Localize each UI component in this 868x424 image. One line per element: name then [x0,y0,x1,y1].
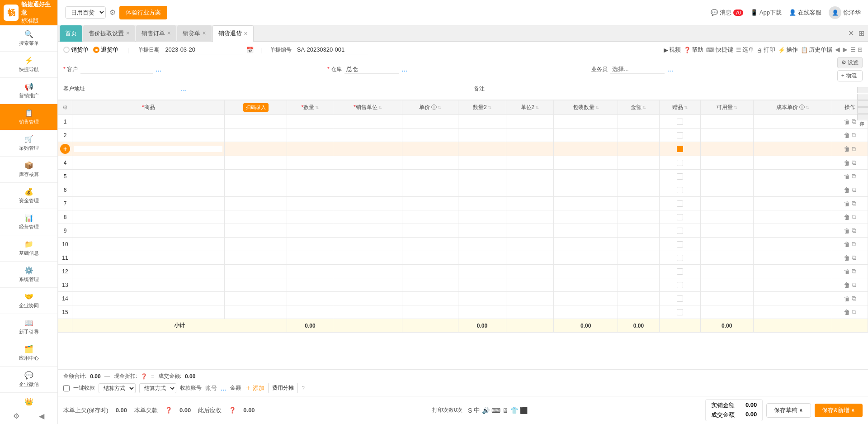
setting-btn[interactable]: ⚙ 设置 [837,57,863,68]
pack-qty-cell-7[interactable] [554,197,618,210]
address-input[interactable] [88,84,178,93]
sales-unit-cell-3[interactable] [333,142,402,156]
amount-cell-10[interactable] [618,238,659,251]
delete-btn-13[interactable]: 🗑 [844,281,850,289]
qty2-cell-1[interactable] [458,115,506,129]
list-view-btn[interactable]: ☰ [850,46,856,53]
gift-cb-12[interactable] [677,268,683,275]
product-input-3[interactable] [74,146,222,152]
copy-btn-2[interactable]: ⧉ [852,131,856,139]
address-dots[interactable]: ... [181,85,187,93]
calendar-icon[interactable]: 📅 [246,47,254,53]
available-cell-6[interactable] [700,183,753,197]
price-cell-6[interactable] [402,183,458,197]
cost-price-cell-14[interactable] [753,292,832,305]
sales-unit-cell-15[interactable] [333,305,402,319]
sales-unit-cell-10[interactable] [333,238,402,251]
qty-cell-3[interactable] [287,142,333,156]
qty-cell-5[interactable] [287,170,333,183]
price-cell-15[interactable] [402,305,458,319]
copy-btn-8[interactable]: ⧉ [852,213,856,221]
copy-btn-13[interactable]: ⧉ [852,281,856,289]
qty-cell-6[interactable] [287,183,333,197]
qty-cell-13[interactable] [287,278,333,292]
qty-cell-10[interactable] [287,238,333,251]
qty-cell-8[interactable] [287,210,333,224]
action-shortcut[interactable]: ⌨快捷键 [706,46,733,54]
amount-cell-11[interactable] [618,251,659,265]
amount-cell-13[interactable] [618,278,659,292]
product-cell-12[interactable] [72,265,225,278]
delete-btn-15[interactable]: 🗑 [844,309,850,316]
industry-select[interactable]: 日用百货 [65,6,106,19]
delete-btn-8[interactable]: 🗑 [844,214,850,221]
gift-cb-6[interactable] [677,187,683,193]
gift-cb-8[interactable] [677,214,683,220]
grid-view-btn[interactable]: ⊞ [858,46,863,53]
action-print[interactable]: 🖨打印 [757,46,775,54]
gift-cell-15[interactable] [659,305,700,319]
unit2-cell-14[interactable] [506,292,553,305]
sidebar-item-marketing[interactable]: 📢营销推广 [0,78,57,104]
amount-cell-15[interactable] [618,305,659,319]
qty2-cell-15[interactable] [458,305,506,319]
warehouse-input[interactable] [344,65,399,74]
message-item[interactable]: 💬 消息 70 [711,9,743,17]
delete-btn-5[interactable]: 🗑 [844,173,850,180]
delete-btn-3[interactable]: 🗑 [844,145,850,152]
sales-unit-cell-8[interactable] [333,210,402,224]
amount-cell-14[interactable] [618,292,659,305]
gift-cell-8[interactable] [659,210,700,224]
product-cell-10[interactable] [72,238,225,251]
copy-btn-14[interactable]: ⧉ [852,295,856,302]
available-cell-12[interactable] [700,265,753,278]
gift-cb-15[interactable] [677,309,683,315]
amount-cell-2[interactable] [618,129,659,142]
product-cell-4[interactable] [72,156,225,170]
delete-btn-7[interactable]: 🗑 [844,200,850,207]
add-row-btn[interactable]: + [60,144,70,154]
sidebar-item-finance[interactable]: 💰资金管理 [0,183,57,209]
available-cell-13[interactable] [700,278,753,292]
qty-cell-9[interactable] [287,224,333,238]
unit2-cell-15[interactable] [506,305,553,319]
tabbar-close-btn[interactable]: ✕ [845,29,857,38]
user-item[interactable]: 👤 徐泽华 [829,6,861,19]
gift-cell-2[interactable] [659,129,700,142]
price-cell-9[interactable] [402,224,458,238]
tab-home[interactable]: 首页 [60,25,82,42]
settlement-select[interactable]: 结算方式 [99,383,136,393]
tab-close-sales[interactable]: ✕ [202,30,206,36]
action-video[interactable]: ▶视频 [664,46,681,54]
delete-btn-11[interactable]: 🗑 [844,254,850,262]
copy-btn-9[interactable]: ⧉ [852,227,856,234]
amount-cell-5[interactable] [618,170,659,183]
sales-unit-cell-7[interactable] [333,197,402,210]
sidebar-settings-icon[interactable]: ⚙ [13,412,19,420]
amount-cell-4[interactable] [618,156,659,170]
gift-cell-7[interactable] [659,197,700,210]
cost-price-cell-12[interactable] [753,265,832,278]
qty-cell-2[interactable] [287,129,333,142]
price-cell-8[interactable] [402,210,458,224]
product-cell-6[interactable] [72,183,225,197]
unit2-cell-2[interactable] [506,129,553,142]
unit2-cell-7[interactable] [506,197,553,210]
qty-cell-15[interactable] [287,305,333,319]
unit2-cell-5[interactable] [506,170,553,183]
qty-cell-7[interactable] [287,197,333,210]
gift-cell-12[interactable] [659,265,700,278]
right-float-客户[interactable]: 客户 [857,114,868,120]
action-select[interactable]: ☰选单 [736,46,754,54]
gift-cell-11[interactable] [659,251,700,265]
radio-sales[interactable]: 销货单 [63,46,89,54]
price-cell-11[interactable] [402,251,458,265]
price-cell-14[interactable] [402,292,458,305]
th-scan[interactable]: 扫码录入 [225,100,287,115]
qty2-cell-14[interactable] [458,292,506,305]
sales-unit-cell-9[interactable] [333,224,402,238]
cost-price-cell-11[interactable] [753,251,832,265]
sidebar-item-member[interactable]: 👑畅会员 [0,393,57,408]
pack-qty-cell-5[interactable] [554,170,618,183]
gift-cb-4[interactable] [677,160,683,166]
